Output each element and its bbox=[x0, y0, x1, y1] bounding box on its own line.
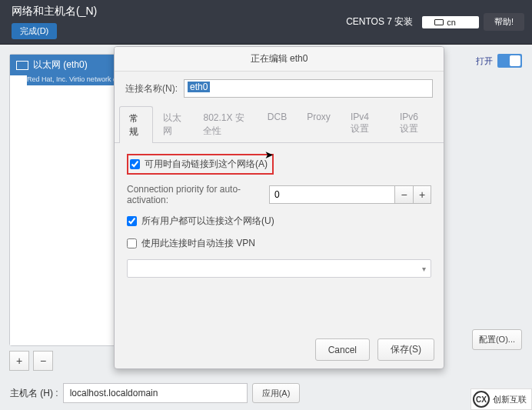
save-button[interactable]: 保存(S) bbox=[377, 338, 434, 361]
watermark: CX 创新互联 bbox=[470, 388, 532, 410]
auto-connect-highlight: 可用时自动链接到这个网络(A) bbox=[127, 154, 274, 175]
hostname-input[interactable] bbox=[63, 383, 248, 403]
edit-connection-dialog: 正在编辑 eth0 连接名称(N): eth0 常规 以太网 802.1X 安全… bbox=[114, 46, 444, 369]
priority-label: Connection priority for auto-activation: bbox=[127, 184, 264, 205]
tab-dcb[interactable]: DCB bbox=[258, 105, 297, 142]
connection-name-row: 连接名称(N): eth0 bbox=[125, 79, 433, 98]
dialog-title: 正在编辑 eth0 bbox=[115, 47, 444, 72]
done-button[interactable]: 完成(D) bbox=[12, 23, 57, 39]
hostname-label: 主机名 (H) : bbox=[10, 387, 58, 400]
connection-name-label: 连接名称(N): bbox=[125, 82, 178, 95]
connection-name-value: eth0 bbox=[188, 82, 210, 92]
vpn-row: 使用此连接时自动连接 VPN bbox=[127, 237, 431, 250]
keyboard-icon bbox=[434, 19, 444, 25]
nic-toggle[interactable] bbox=[497, 54, 522, 68]
top-left: 网络和主机名(_N) 完成(D) bbox=[12, 5, 97, 39]
tab-content-general: 可用时自动链接到这个网络(A) ➤ Connection priority fo… bbox=[125, 143, 433, 282]
priority-minus-button[interactable]: − bbox=[394, 185, 413, 204]
toggle-label: 打开 bbox=[476, 55, 493, 67]
main-area: 以太网 (eth0) Red Hat, Inc. Virtio network … bbox=[0, 45, 532, 410]
auto-connect-row: 可用时自动链接到这个网络(A) bbox=[127, 154, 431, 175]
all-users-label: 所有用户都可以连接这个网络(U) bbox=[141, 215, 274, 228]
dialog-tabs: 常规 以太网 802.1X 安全性 DCB Proxy IPv4 设置 IPv6… bbox=[115, 105, 444, 143]
installer-title: CENTOS 7 安装 bbox=[346, 15, 413, 28]
tab-ipv6[interactable]: IPv6 设置 bbox=[390, 105, 439, 142]
language-code: cn bbox=[447, 18, 456, 27]
watermark-text: 创新互联 bbox=[493, 394, 527, 405]
tab-ipv4[interactable]: IPv4 设置 bbox=[341, 105, 390, 142]
vpn-checkbox[interactable] bbox=[127, 238, 137, 248]
tab-ethernet[interactable]: 以太网 bbox=[153, 105, 194, 142]
priority-input[interactable] bbox=[269, 185, 394, 204]
add-nic-button[interactable]: + bbox=[9, 351, 29, 371]
tab-proxy[interactable]: Proxy bbox=[297, 105, 341, 142]
top-right: CENTOS 7 安装 cn 帮助! bbox=[346, 13, 524, 31]
cancel-button[interactable]: Cancel bbox=[315, 338, 370, 361]
toggle-row: 打开 bbox=[476, 54, 522, 68]
watermark-logo-icon: CX bbox=[473, 391, 490, 408]
top-bar: 网络和主机名(_N) 完成(D) CENTOS 7 安装 cn 帮助! bbox=[0, 0, 532, 45]
language-indicator[interactable]: cn bbox=[422, 16, 479, 28]
apply-button[interactable]: 应用(A) bbox=[252, 383, 301, 403]
dialog-footer: Cancel 保存(S) bbox=[315, 338, 434, 361]
help-button[interactable]: 帮助! bbox=[484, 13, 524, 31]
vpn-select[interactable] bbox=[127, 259, 431, 278]
tab-general[interactable]: 常规 bbox=[119, 106, 153, 143]
priority-plus-button[interactable]: + bbox=[413, 185, 431, 204]
nic-name: 以太网 (eth0) bbox=[33, 58, 88, 72]
all-users-row: 所有用户都可以连接这个网络(U) bbox=[127, 215, 431, 228]
auto-connect-checkbox[interactable] bbox=[130, 159, 140, 169]
host-row: 主机名 (H) : 应用(A) bbox=[10, 383, 300, 403]
vpn-label: 使用此连接时自动连接 VPN bbox=[141, 237, 255, 250]
connection-name-input[interactable]: eth0 bbox=[184, 79, 433, 98]
screen-title: 网络和主机名(_N) bbox=[12, 5, 97, 18]
priority-row: Connection priority for auto-activation:… bbox=[127, 184, 431, 205]
nic-icon bbox=[16, 61, 28, 70]
tab-8021x[interactable]: 802.1X 安全性 bbox=[193, 105, 257, 142]
configure-button[interactable]: 配置(O)... bbox=[472, 329, 522, 350]
auto-connect-label: 可用时自动链接到这个网络(A) bbox=[145, 158, 268, 171]
remove-nic-button[interactable]: − bbox=[33, 351, 53, 371]
all-users-checkbox[interactable] bbox=[127, 216, 137, 226]
dialog-body: 连接名称(N): eth0 常规 以太网 802.1X 安全性 DCB Prox… bbox=[115, 72, 444, 287]
priority-spinner: − + bbox=[269, 185, 431, 204]
